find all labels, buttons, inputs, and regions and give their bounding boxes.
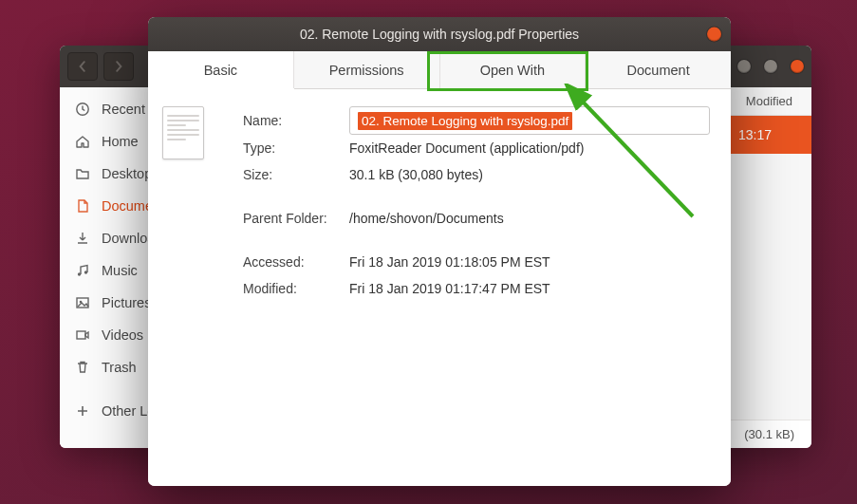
dialog-close-button[interactable] — [707, 28, 721, 42]
sidebar-item-label: Home — [102, 134, 139, 149]
plus-icon — [75, 403, 90, 419]
tab-basic[interactable]: Basic — [148, 51, 294, 88]
svg-point-2 — [84, 271, 87, 273]
close-button[interactable] — [791, 60, 804, 73]
svg-rect-5 — [77, 331, 85, 339]
minimize-button[interactable] — [737, 60, 751, 73]
type-label: Type: — [243, 140, 349, 156]
doc-icon — [75, 198, 90, 214]
name-input[interactable]: 02. Remote Logging with rsyslog.pdf — [349, 106, 710, 135]
name-label: Name: — [243, 113, 349, 128]
trash-icon — [75, 360, 90, 375]
forward-button[interactable] — [103, 52, 134, 81]
properties-dialog: 02. Remote Logging with rsyslog.pdf Prop… — [148, 17, 731, 486]
cell-modified: 13:17 — [738, 127, 772, 142]
folder-icon — [75, 166, 90, 181]
tab-open-with[interactable]: Open With — [440, 51, 587, 88]
size-label: Size: — [243, 167, 349, 182]
file-thumbnail — [162, 106, 204, 159]
modified-label: Modified: — [243, 281, 349, 296]
clock-icon — [75, 102, 90, 117]
name-input-value: 02. Remote Logging with rsyslog.pdf — [358, 112, 572, 130]
sidebar-item-label: Videos — [102, 327, 143, 343]
download-icon — [75, 231, 90, 246]
modified-value: Fri 18 Jan 2019 01:17:47 PM EST — [349, 281, 550, 296]
sidebar-item-label: Trash — [102, 360, 137, 375]
maximize-button[interactable] — [764, 60, 777, 73]
tab-permissions[interactable]: Permissions — [294, 51, 440, 88]
status-text: (30.1 kB) — [744, 427, 794, 441]
svg-point-1 — [78, 272, 81, 275]
dialog-titlebar: 02. Remote Logging with rsyslog.pdf Prop… — [148, 17, 731, 51]
accessed-value: Fri 18 Jan 2019 01:18:05 PM EST — [349, 254, 550, 270]
column-modified[interactable]: Modified — [746, 94, 792, 108]
tab-label: Document — [627, 63, 690, 78]
back-button[interactable] — [67, 52, 98, 81]
tab-label: Permissions — [329, 63, 404, 78]
chevron-left-icon — [77, 61, 88, 72]
music-icon — [75, 263, 90, 278]
type-value: FoxitReader Document (application/pdf) — [349, 140, 584, 156]
tab-basic-content: Name: 02. Remote Logging with rsyslog.pd… — [148, 89, 731, 486]
parent-folder-value: /home/shovon/Documents — [349, 211, 504, 226]
chevron-right-icon — [113, 61, 124, 72]
home-icon — [75, 134, 90, 149]
sidebar-item-label: Music — [102, 263, 138, 278]
tab-bar: BasicPermissionsOpen WithDocument — [148, 51, 731, 89]
video-icon — [75, 327, 90, 343]
image-icon — [75, 295, 90, 310]
accessed-label: Accessed: — [243, 254, 349, 270]
dialog-title: 02. Remote Logging with rsyslog.pdf Prop… — [148, 27, 731, 42]
parent-folder-label: Parent Folder: — [243, 211, 349, 226]
tab-label: Basic — [204, 63, 237, 78]
size-value: 30.1 kB (30,080 bytes) — [349, 167, 483, 182]
sidebar-item-label: Pictures — [102, 295, 151, 310]
tab-document[interactable]: Document — [586, 51, 731, 88]
sidebar-item-label: Desktop — [102, 166, 152, 181]
tab-label: Open With — [480, 63, 546, 78]
sidebar-item-label: Recent — [102, 102, 145, 117]
